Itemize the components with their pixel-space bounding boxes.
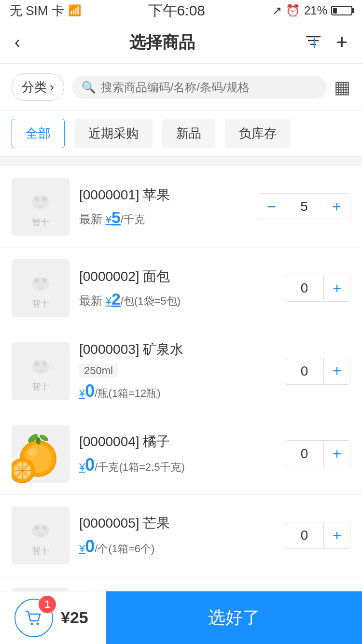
table-row: [0000004] 橘子 ¥0/千克(1箱=2.5千克) +: [0, 413, 362, 495]
tab-all[interactable]: 全部: [12, 119, 65, 148]
qty-input-3[interactable]: [285, 358, 323, 385]
status-bar: 无 SIM 卡 📶 下午6:08 ↗ ⏰ 21%: [0, 0, 362, 21]
cart-total: ¥25: [61, 608, 88, 627]
qty-control-3: +: [285, 358, 350, 385]
qty-input-1[interactable]: [285, 193, 323, 220]
product-info-4: [0000004] 橘子 ¥0/千克(1箱=2.5千克): [79, 433, 275, 475]
scan-icon[interactable]: ▦: [334, 77, 350, 98]
location-icon: ↗: [272, 4, 282, 17]
status-time: 下午6:08: [148, 1, 205, 21]
tab-recent[interactable]: 近期采购: [74, 119, 153, 148]
product-name-4: [0000004] 橘子: [79, 433, 275, 450]
table-row: 智十 [0000002] 面包 最新 ¥2/包(1袋=5包) +: [0, 248, 362, 329]
product-list: 智十 [0000001] 苹果 最新 ¥5/千克 − +: [0, 166, 362, 644]
tab-negative[interactable]: 负库存: [225, 119, 291, 148]
product-price-1: 最新 ¥5/千克: [79, 208, 248, 227]
qty-plus-button-1[interactable]: +: [323, 193, 350, 220]
qty-plus-button-2[interactable]: +: [323, 275, 350, 302]
alarm-icon: ⏰: [286, 4, 300, 17]
product-info-1: [0000001] 苹果 最新 ¥5/千克: [79, 186, 248, 226]
product-price-4: ¥0/千克(1箱=2.5千克): [79, 455, 275, 475]
svg-point-38: [43, 526, 46, 529]
confirm-button[interactable]: 选好了: [106, 591, 362, 644]
svg-point-17: [35, 362, 38, 365]
table-row: 智十 [0000005] 芒果 ¥0/个(1箱=6个) +: [0, 495, 362, 576]
wifi-icon: 📶: [68, 4, 81, 17]
product-thumbnail-3: 智十: [12, 342, 70, 400]
svg-point-7: [35, 197, 38, 200]
add-icon[interactable]: +: [336, 31, 348, 53]
product-price-3: ¥0/瓶(1箱=12瓶): [79, 381, 275, 401]
svg-point-8: [43, 197, 46, 200]
svg-point-50: [37, 622, 39, 625]
product-price-2: 最新 ¥2/包(1袋=5包): [79, 290, 275, 308]
filter-tabs: 全部 近期采购 新品 负库存: [0, 111, 362, 156]
owl-brand-text: 智十: [32, 216, 49, 228]
table-row: 智十 [0000001] 苹果 最新 ¥5/千克 − +: [0, 166, 362, 248]
product-name-2: [0000002] 面包: [79, 268, 275, 285]
owl-brand-text: 智十: [32, 545, 49, 557]
tab-new[interactable]: 新品: [162, 119, 215, 148]
search-icon: 🔍: [82, 81, 96, 94]
product-thumbnail-2: 智十: [12, 259, 70, 317]
qty-control-4: +: [285, 440, 350, 467]
qty-input-2[interactable]: [285, 275, 323, 302]
battery-percent: 21%: [304, 4, 327, 17]
product-info-2: [0000002] 面包 最新 ¥2/包(1袋=5包): [79, 268, 275, 308]
qty-input-4[interactable]: [285, 440, 323, 467]
category-button[interactable]: 分类 ›: [12, 73, 64, 101]
qty-plus-button-3[interactable]: +: [323, 358, 350, 385]
filter-icon[interactable]: [305, 32, 322, 53]
product-thumbnail-1: 智十: [12, 178, 70, 236]
qty-control-2: +: [285, 275, 350, 302]
qty-minus-button-1[interactable]: −: [258, 193, 285, 220]
battery-bar: [331, 6, 352, 15]
product-thumbnail-4: [12, 425, 70, 483]
owl-brand-text: 智十: [32, 381, 49, 392]
product-price-5: ¥0/个(1箱=6个): [79, 536, 275, 557]
back-button[interactable]: ‹: [14, 32, 20, 53]
svg-point-13: [43, 279, 46, 282]
product-info-3: [0000003] 矿泉水 250ml ¥0/瓶(1箱=12瓶): [79, 341, 275, 401]
qty-input-5[interactable]: [285, 522, 323, 549]
qty-plus-button-5[interactable]: +: [323, 522, 350, 549]
qty-control-1: − +: [258, 193, 350, 220]
product-thumbnail-5: 智十: [12, 506, 70, 564]
svg-point-49: [31, 622, 33, 625]
table-row: 智十 [0000003] 矿泉水 250ml ¥0/瓶(1箱=12瓶) +: [0, 329, 362, 413]
nav-bar: ‹ 选择商品 +: [0, 21, 362, 64]
bottom-bar: 1 ¥25 选好了: [0, 591, 362, 644]
cart-badge: 1: [39, 596, 56, 613]
product-name-3: [0000003] 矿泉水: [79, 341, 275, 358]
search-section: 分类 › 🔍 ▦: [0, 64, 362, 111]
category-label: 分类: [22, 79, 47, 96]
cart-section: 1 ¥25: [0, 599, 106, 637]
svg-point-37: [35, 526, 38, 529]
cart-icon-button[interactable]: 1: [14, 599, 53, 637]
section-divider: [0, 156, 362, 166]
product-name-1: [0000001] 苹果: [79, 186, 248, 204]
qty-control-5: +: [285, 522, 350, 549]
product-name-5: [0000005] 芒果: [79, 515, 275, 532]
svg-point-18: [43, 362, 46, 365]
category-chevron: ›: [50, 80, 54, 95]
product-info-5: [0000005] 芒果 ¥0/个(1箱=6个): [79, 515, 275, 556]
product-spec-3: 250ml: [79, 364, 118, 378]
svg-point-12: [35, 279, 38, 282]
search-input-wrap: 🔍: [72, 76, 326, 99]
owl-brand-text: 智十: [32, 298, 49, 309]
page-title: 选择商品: [129, 31, 195, 54]
search-input[interactable]: [101, 81, 317, 94]
nav-actions: +: [305, 31, 348, 53]
status-right: ↗ ⏰ 21%: [272, 4, 352, 17]
carrier-label: 无 SIM 卡: [10, 2, 64, 19]
qty-plus-button-4[interactable]: +: [323, 440, 350, 467]
status-left: 无 SIM 卡 📶: [10, 2, 81, 19]
